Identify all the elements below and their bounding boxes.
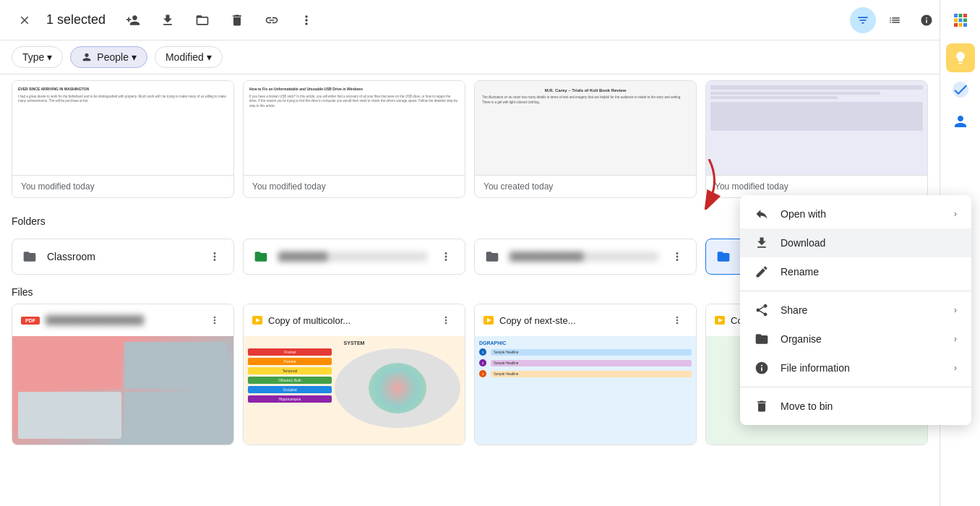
open-with-label: Open with: [781, 208, 942, 220]
context-share[interactable]: Share ›: [740, 296, 971, 325]
rename-label: Rename: [781, 266, 957, 278]
context-divider-1: [740, 291, 971, 291]
pdf-icon: PDF: [21, 317, 40, 325]
filter-active-button[interactable]: [850, 7, 876, 33]
contacts-icon[interactable]: [946, 107, 975, 136]
file-preview-4: [706, 81, 927, 175]
file-more-brain[interactable]: [436, 310, 456, 330]
list-view-button[interactable]: [882, 7, 908, 33]
share-label: Share: [781, 304, 942, 316]
file-item-pdf[interactable]: PDF ████████████████: [12, 304, 234, 445]
google-apps-icon[interactable]: [946, 6, 975, 35]
file-footer-2: You modified today: [244, 175, 465, 197]
delete-button[interactable]: [224, 7, 250, 33]
modified-filter[interactable]: Modified ▾: [155, 46, 223, 68]
context-move-to-bin[interactable]: Move to bin: [740, 392, 971, 421]
file-preview-1: EVER SINCE ARRIVING IN WASHINGTON I had …: [12, 81, 233, 175]
file-item-header-1: PDF ████████████████: [12, 304, 233, 336]
folder-classroom[interactable]: Classroom: [12, 239, 234, 275]
share-icon: [755, 303, 769, 317]
modified-chevron: ▾: [207, 51, 212, 63]
people-filter-label: People: [97, 51, 129, 63]
svg-rect-3: [963, 14, 967, 17]
close-button[interactable]: [12, 7, 38, 33]
file-preview-2: How to Fix an Unformattable and Unusable…: [244, 81, 465, 175]
file-item-header-2: ▶ Copy of multicolor...: [244, 304, 465, 336]
svg-rect-4: [954, 19, 958, 22]
keep-svg: [953, 51, 968, 65]
folder-icon-transfer: [715, 249, 732, 264]
type-filter[interactable]: Type ▾: [12, 46, 63, 68]
folder-more-3[interactable]: [667, 246, 687, 267]
file-modified-3: You created today: [483, 181, 553, 192]
add-person-button[interactable]: [120, 7, 146, 33]
move-button[interactable]: [189, 7, 215, 33]
context-download[interactable]: Download: [740, 228, 971, 257]
file-item-nextstep[interactable]: ▶ Copy of next-ste... DGRAPHIC 1 Sample …: [474, 304, 697, 445]
recent-files-grid: EVER SINCE ARRIVING IN WASHINGTON I had …: [12, 80, 928, 198]
folder-more-2[interactable]: [436, 246, 456, 267]
download-toolbar-button[interactable]: [155, 7, 181, 33]
file-name-pdf: ████████████████: [46, 315, 144, 325]
rename-icon: [755, 265, 769, 279]
folder-more-classroom[interactable]: [205, 246, 225, 267]
file-preview-nextstep: DGRAPHIC 1 Sample Headline 2 Sample Head…: [475, 336, 696, 445]
recent-file-4[interactable]: You modified today: [705, 80, 928, 198]
file-icon-title-3: ▶ Copy of next-ste...: [483, 315, 576, 326]
file-preview-pdf: [12, 336, 233, 445]
tasks-icon[interactable]: [946, 75, 975, 104]
folder-2[interactable]: ████████: [243, 239, 465, 275]
file-preview-brain: SYSTEM Frontal Parietal Temporal Olfacto…: [244, 336, 465, 445]
folder-icon-2: [252, 249, 270, 264]
file-modified-1: You modified today: [21, 181, 95, 192]
link-button[interactable]: [259, 7, 285, 33]
context-file-information[interactable]: File information ›: [740, 353, 971, 382]
share-chevron: ›: [954, 305, 957, 315]
folder-icon-3: [483, 249, 501, 264]
organise-label: Organise: [781, 333, 942, 345]
selected-count: 1 selected: [46, 12, 106, 27]
filter-row: Type ▾ People ▾ Modified ▾: [0, 40, 980, 74]
file-information-label: File information: [781, 362, 942, 374]
file-name-brain: Copy of multicolor...: [268, 315, 351, 326]
folder-3[interactable]: ████████████: [474, 239, 697, 275]
context-menu: Open with › Download Rename Share › Orga…: [740, 195, 971, 425]
apps-svg: [952, 12, 969, 29]
folder-name-3: ████████████: [510, 252, 658, 262]
context-rename[interactable]: Rename: [740, 257, 971, 286]
keep-note-icon[interactable]: [946, 43, 975, 72]
file-icon-title-1: PDF ████████████████: [21, 315, 144, 325]
file-footer-3: You created today: [475, 175, 696, 197]
people-filter[interactable]: People ▾: [70, 46, 147, 68]
recent-file-3[interactable]: M.R. Carey – Trials of Koli Book Review …: [474, 80, 697, 198]
open-with-icon: [755, 207, 769, 221]
toolbar: 1 selected: [0, 0, 980, 40]
folder-name-2: ████████: [278, 252, 427, 262]
recent-file-1[interactable]: EVER SINCE ARRIVING IN WASHINGTON I had …: [12, 80, 234, 198]
file-item-brain[interactable]: ▶ Copy of multicolor... SYSTEM Frontal P…: [243, 304, 465, 445]
svg-point-10: [953, 82, 968, 98]
folder-icon-classroom: [21, 249, 38, 264]
file-information-icon: [755, 361, 769, 375]
download-label: Download: [781, 237, 957, 249]
people-chevron: ▾: [132, 51, 137, 63]
more-actions-button[interactable]: [293, 7, 319, 33]
svg-rect-6: [963, 19, 967, 22]
file-icon-title-2: ▶ Copy of multicolor...: [252, 315, 351, 326]
context-organise[interactable]: Organise ›: [740, 325, 971, 353]
modified-filter-label: Modified: [166, 51, 204, 63]
slides-icon-2: ▶: [252, 316, 262, 325]
info-button[interactable]: [914, 7, 940, 33]
tasks-svg: [952, 81, 969, 98]
svg-rect-7: [954, 23, 958, 27]
contacts-svg: [952, 113, 969, 130]
file-more-pdf[interactable]: [205, 310, 225, 330]
file-name-nextstep: Copy of next-ste...: [499, 315, 576, 326]
recent-file-2[interactable]: How to Fix an Unformattable and Unusable…: [243, 80, 465, 198]
folder-name-classroom: Classroom: [47, 251, 196, 262]
file-more-nextstep[interactable]: [667, 310, 687, 330]
file-preview-3: M.R. Carey – Trials of Koli Book Review …: [475, 81, 696, 175]
file-modified-4: You modified today: [715, 181, 788, 192]
file-footer-4: You modified today: [706, 175, 927, 197]
context-open-with[interactable]: Open with ›: [740, 200, 971, 228]
